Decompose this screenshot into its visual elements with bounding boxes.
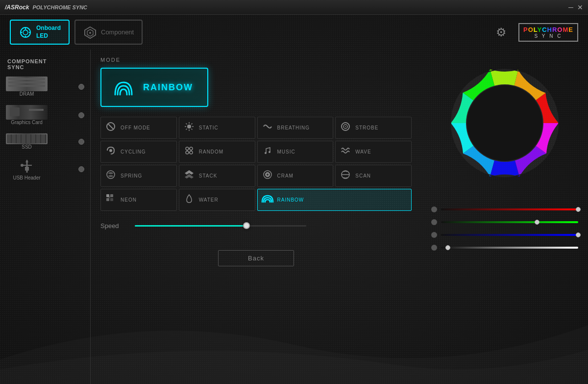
mode-btn-off[interactable]: OFF MODE — [100, 117, 177, 139]
tab-onboard-led[interactable]: OnboardLED — [10, 20, 70, 45]
sync-text: S Y N C — [523, 33, 573, 39]
mode-btn-spring[interactable]: SPRING — [100, 165, 177, 187]
random-icon — [182, 145, 196, 158]
main-panel: MODE RAINBOW OFF MODE — [91, 50, 421, 384]
svg-point-30 — [190, 147, 193, 150]
svg-marker-40 — [185, 170, 194, 175]
sidebar-title: COMPONENT SYNC — [0, 54, 90, 74]
off-label: OFF MODE — [121, 125, 150, 130]
mode-btn-rainbow[interactable]: RAINBOW — [257, 189, 412, 211]
cram-label: CRAM — [277, 173, 294, 179]
static-label: STATIC — [199, 125, 219, 130]
scan-icon — [339, 169, 352, 182]
gpu-visual — [6, 105, 48, 120]
blue-thumb — [576, 232, 581, 237]
neon-icon — [104, 193, 118, 206]
mode-btn-static[interactable]: STATIC — [179, 117, 255, 139]
svg-line-21 — [186, 124, 187, 125]
svg-point-44 — [267, 174, 269, 176]
sidebar-item-ssd[interactable]: SSD — [0, 131, 90, 151]
water-icon — [182, 193, 196, 206]
svg-point-29 — [186, 147, 189, 150]
speed-slider[interactable] — [135, 221, 306, 230]
tab-component[interactable]: Component — [74, 20, 143, 45]
strobe-icon — [339, 121, 352, 134]
selected-mode-text: RAINBOW — [143, 82, 193, 93]
music-label: MUSIC — [277, 149, 295, 154]
svg-rect-49 — [106, 198, 109, 201]
sidebar-item-dram[interactable]: DRAM — [0, 74, 90, 98]
usb-label: USB Header — [13, 175, 40, 180]
back-section: Back — [100, 250, 412, 266]
mode-btn-cram[interactable]: CRAM — [257, 165, 334, 187]
red-slider-row — [431, 206, 578, 212]
polychrome-logo: POLYCHROME S Y N C — [518, 23, 578, 42]
top-nav: OnboardLED Component ⚙ POLYCHROME S Y N … — [0, 15, 588, 50]
dram-label: DRAM — [20, 91, 34, 97]
main-container: OnboardLED Component ⚙ POLYCHROME S Y N … — [0, 15, 588, 384]
svg-point-32 — [190, 151, 193, 154]
mode-title: MODE — [100, 57, 412, 63]
breathing-icon — [261, 121, 274, 134]
mode-btn-neon[interactable]: NEON — [100, 189, 177, 211]
wave-label: WAVE — [355, 149, 371, 154]
dram-col: DRAM — [6, 77, 48, 97]
red-thumb — [576, 207, 581, 212]
usb-icon — [20, 158, 34, 175]
green-thumb — [535, 220, 539, 225]
mode-btn-breathing[interactable]: BREATHING — [257, 117, 334, 139]
red-slider[interactable] — [441, 208, 578, 210]
white-slider[interactable] — [441, 247, 578, 249]
spring-label: SPRING — [121, 173, 142, 179]
svg-point-28 — [109, 149, 112, 152]
ssd-label: SSD — [22, 144, 32, 150]
settings-button[interactable]: ⚙ — [491, 23, 511, 42]
usb-col: USB Header — [6, 158, 48, 180]
svg-line-23 — [191, 124, 192, 125]
mode-btn-water[interactable]: WATER — [179, 189, 255, 211]
close-button[interactable]: ✕ — [577, 4, 583, 11]
onboard-led-icon — [19, 26, 32, 39]
back-button[interactable]: Back — [218, 250, 294, 266]
mode-btn-stack[interactable]: STACK — [179, 165, 255, 187]
svg-rect-51 — [108, 196, 110, 198]
svg-rect-48 — [110, 194, 113, 197]
neon-label: NEON — [121, 197, 137, 203]
mode-btn-music[interactable]: MUSIC — [257, 141, 334, 163]
color-wheel[interactable] — [441, 59, 568, 187]
right-panel — [421, 50, 588, 384]
wave-icon — [339, 145, 352, 158]
mode-btn-strobe[interactable]: STROBE — [335, 117, 412, 139]
ssd-sync-dot — [78, 139, 84, 145]
sidebar: COMPONENT SYNC DRAM — [0, 50, 91, 384]
white-slider-row — [431, 245, 578, 251]
mode-btn-cycling[interactable]: CYCLING — [100, 141, 177, 163]
ssd-col: SSD — [6, 133, 48, 150]
off-icon — [104, 121, 118, 134]
stack-label: STACK — [199, 173, 218, 179]
color-sliders — [431, 206, 578, 251]
sidebar-item-gpu[interactable]: Graphics Card — [0, 102, 90, 126]
dram-sync-dot — [78, 84, 84, 90]
svg-point-27 — [345, 126, 346, 127]
mode-btn-random[interactable]: RANDOM — [179, 141, 255, 163]
svg-rect-50 — [110, 198, 113, 201]
mode-btn-scan[interactable]: SCAN — [335, 165, 412, 187]
speed-track — [135, 225, 306, 227]
content-area: COMPONENT SYNC DRAM — [0, 50, 588, 384]
sidebar-item-usb[interactable]: USB Header — [0, 155, 90, 181]
app-brand: /ASRock POLYCHROME SYNC — [5, 4, 87, 11]
minimize-button[interactable]: ─ — [568, 4, 573, 11]
rainbow-icon — [261, 193, 274, 206]
gpu-label: Graphics Card — [11, 120, 42, 125]
blue-slider[interactable] — [441, 234, 578, 236]
mode-grid: OFF MODE STATIC BREATHING — [100, 117, 412, 211]
ssd-visual — [6, 133, 48, 144]
title-bar-brand: /ASRock POLYCHROME SYNC — [5, 4, 87, 11]
gpu-col: Graphics Card — [6, 105, 48, 125]
random-label: RANDOM — [199, 149, 223, 154]
mode-btn-wave[interactable]: WAVE — [335, 141, 412, 163]
cycling-icon — [104, 145, 118, 158]
green-slider[interactable] — [441, 221, 578, 223]
svg-point-16 — [187, 125, 191, 128]
